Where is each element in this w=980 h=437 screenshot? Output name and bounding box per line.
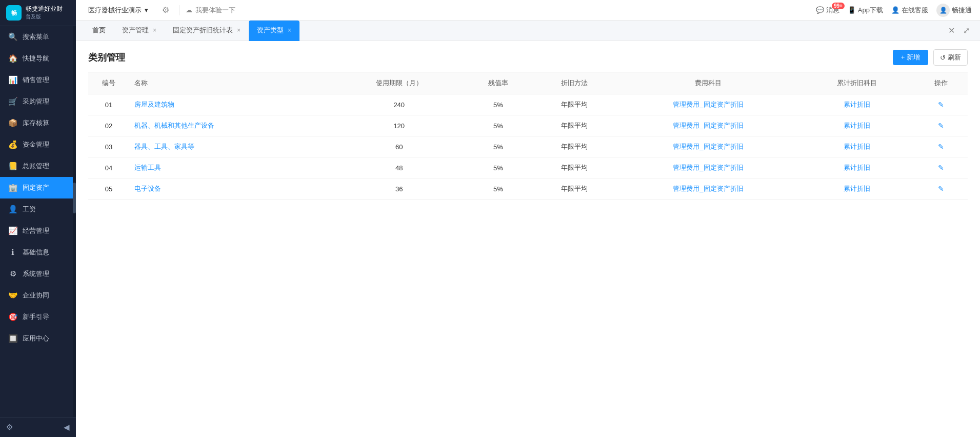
topbar: 医疗器械行业演示 ▾ ⚙ ☁ 我要体验一下 💬 消息 99+ 📱 App下载 👤… [76,0,980,21]
capital-icon: 💰 [8,140,17,149]
company-name: 医疗器械行业演示 [88,6,142,15]
row-expense: 管理费用_固定资产折旧 [616,178,799,200]
sidebar-scrollbar-thumb [73,183,76,213]
row-id: 03 [88,136,129,157]
new-button[interactable]: + 新增 [893,50,928,65]
basic-info-icon: ℹ [8,248,17,257]
row-actions: ✎ [914,115,968,136]
row-method: 年限平均 [533,136,617,157]
row-expense: 管理费用_固定资产折旧 [616,136,799,157]
settings-button[interactable]: ⚙ [158,3,173,17]
sidebar-item-capital[interactable]: 💰 资金管理 [0,134,73,155]
row-residual: 5% [464,115,532,136]
tab-label-fixed-asset-report: 固定资产折旧统计表 [173,26,233,35]
page-header: 类别管理 + 新增 ↺ 刷新 [76,41,980,72]
sidebar-item-search[interactable]: 🔍 搜索菜单 [0,26,73,48]
row-residual: 5% [464,157,532,178]
sidebar-item-inventory[interactable]: 📦 库存核算 [0,112,73,134]
sidebar-label-quick-nav: 快捷导航 [23,54,49,63]
fixed-assets-icon: 🏢 [8,183,17,192]
online-service-button[interactable]: 👤 在线客服 [891,6,928,15]
tab-close-fixed-asset-report[interactable]: × [237,27,241,34]
purchase-icon: 🛒 [8,97,17,106]
tabs-right: ✕ ⤢ [946,24,972,37]
row-actions: ✎ [914,157,968,178]
row-name: 机器、机械和其他生产设备 [129,115,334,136]
tab-home[interactable]: 首页 [84,21,114,41]
sidebar-item-quick-nav[interactable]: 🏠 快捷导航 [0,48,73,69]
inventory-icon: 📦 [8,118,17,128]
sidebar-label-general-ledger: 总账管理 [23,162,49,171]
app-edition: 普及版 [26,13,63,21]
row-accumulated: 累计折旧 [800,157,914,178]
sidebar-label-basic-info: 基础信息 [23,248,49,257]
row-residual: 5% [464,178,532,200]
phone-icon: 📱 [848,6,856,14]
avatar: 👤 [936,4,950,17]
row-method: 年限平均 [533,115,617,136]
tab-close-asset-type[interactable]: × [288,27,291,34]
refresh-button[interactable]: ↺ 刷新 [933,49,968,66]
close-tab-button[interactable]: ✕ [946,24,957,37]
sidebar-label-sales: 销售管理 [23,75,49,85]
row-name: 房屋及建筑物 [129,94,334,115]
sidebar-item-sales[interactable]: 📊 销售管理 [0,69,73,91]
tab-fixed-asset-report[interactable]: 固定资产折旧统计表× [165,21,249,41]
sidebar-label-operations: 经营管理 [23,226,49,235]
enterprise-icon: 🤝 [8,291,17,300]
col-header: 编号 [88,72,129,94]
row-id: 02 [88,115,129,136]
sidebar-label-fixed-assets: 固定资产 [23,183,49,192]
topbar-divider [179,5,179,15]
user-avatar-button[interactable]: 👤 畅捷通 [936,4,972,17]
main-area: 医疗器械行业演示 ▾ ⚙ ☁ 我要体验一下 💬 消息 99+ 📱 App下载 👤… [76,0,980,437]
app-download-label: App下载 [858,6,883,15]
tab-asset-mgmt[interactable]: 资产管理× [114,21,165,41]
row-residual: 5% [464,94,532,115]
edit-icon[interactable]: ✎ [938,101,944,109]
sidebar-item-payroll[interactable]: 👤 工资 [0,198,73,220]
sidebar-item-app-center[interactable]: 🔲 应用中心 [0,328,73,349]
settings-bottom-icon[interactable]: ⚙ [6,423,13,432]
sidebar-item-general-ledger[interactable]: 📒 总账管理 [0,155,73,177]
sidebar-bottom: ⚙ ◀ [0,417,76,437]
page-title: 类别管理 [88,51,125,64]
cloud-icon: ☁ [186,6,192,14]
col-header: 累计折旧科目 [800,72,914,94]
tab-close-asset-mgmt[interactable]: × [153,27,156,34]
edit-icon[interactable]: ✎ [938,164,944,172]
sidebar-item-enterprise[interactable]: 🤝 企业协同 [0,285,73,306]
sidebar-item-fixed-assets[interactable]: 🏢 固定资产 [0,177,73,198]
experience-button[interactable]: ☁ 我要体验一下 [186,6,235,15]
sidebar-item-purchase[interactable]: 🛒 采购管理 [0,91,73,112]
general-ledger-icon: 📒 [8,162,17,171]
sidebar-scrollbar[interactable] [73,26,76,417]
edit-icon[interactable]: ✎ [938,143,944,151]
sidebar-item-basic-info[interactable]: ℹ 基础信息 [0,242,73,263]
collapse-icon[interactable]: ◀ [64,423,70,432]
sidebar-label-inventory: 库存核算 [23,118,49,128]
tab-label-home: 首页 [92,26,106,35]
edit-icon[interactable]: ✎ [938,122,944,130]
sidebar-item-operations[interactable]: 📈 经营管理 [0,220,73,242]
tabs-bar: 首页资产管理×固定资产折旧统计表×资产类型× ✕ ⤢ [76,21,980,41]
col-header: 操作 [914,72,968,94]
company-selector[interactable]: 医疗器械行业演示 ▾ [84,4,152,17]
col-header: 名称 [129,72,334,94]
table-header: 编号名称使用期限（月）残值率折旧方法费用科目累计折旧科目操作 [88,72,968,94]
col-header: 残值率 [464,72,532,94]
app-download-button[interactable]: 📱 App下载 [848,6,883,15]
messages-button[interactable]: 💬 消息 99+ [816,6,839,15]
sidebar-label-app-center: 应用中心 [23,334,49,343]
sidebar-item-guide[interactable]: 🎯 新手引导 [0,306,73,328]
sidebar-label-system: 系统管理 [23,269,49,279]
tab-label-asset-type: 资产类型 [257,26,284,35]
row-period: 48 [334,157,464,178]
tab-asset-type[interactable]: 资产类型× [249,21,299,41]
message-icon: 💬 [816,6,824,14]
guide-icon: 🎯 [8,312,17,322]
sidebar-item-system[interactable]: ⚙ 系统管理 [0,263,73,285]
sidebar-label-guide: 新手引导 [23,312,49,322]
expand-button[interactable]: ⤢ [961,24,972,37]
edit-icon[interactable]: ✎ [938,185,944,193]
